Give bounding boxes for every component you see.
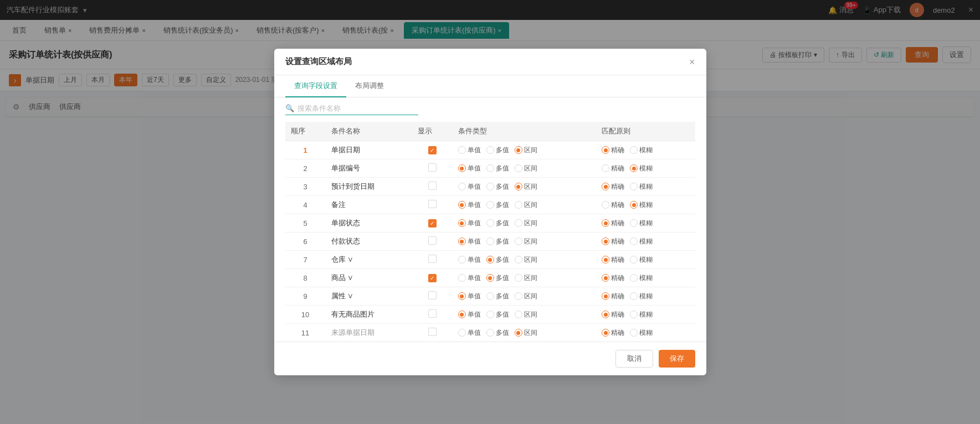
type-radio-区间-row-11[interactable]: 区间 <box>515 328 537 338</box>
radio-label-单值: 单值 <box>468 164 481 173</box>
type-radio-多值-row-8[interactable]: 多值 <box>486 273 509 283</box>
type-radio-单值-row-9[interactable]: 单值 <box>458 292 481 301</box>
display-checkbox-6[interactable] <box>428 236 437 245</box>
type-radio-区间-row-6[interactable]: 区间 <box>515 237 537 246</box>
match-radio-模糊-row-8[interactable]: 模糊 <box>630 273 653 283</box>
type-radio-区间-row-9[interactable]: 区间 <box>515 292 537 301</box>
display-checkbox-7[interactable] <box>428 255 437 263</box>
radio-label-单值: 单值 <box>468 146 481 155</box>
type-radio-单值-row-11[interactable]: 单值 <box>458 328 481 338</box>
match-radio-精确-row-9[interactable]: 精确 <box>602 292 624 301</box>
match-radio-模糊-row-11[interactable]: 模糊 <box>630 328 653 338</box>
row-match-8: 精确模糊 <box>596 269 695 287</box>
row-order-7: 7 <box>285 251 326 269</box>
match-radio-模糊-row-7[interactable]: 模糊 <box>630 255 653 265</box>
type-radio-单值-row-3[interactable]: 单值 <box>458 182 481 192</box>
type-radio-单值-row-10[interactable]: 单值 <box>458 310 481 319</box>
search-input[interactable] <box>297 104 408 112</box>
type-radio-区间-row-3[interactable]: 区间 <box>515 182 537 192</box>
match-radio-模糊-row-3[interactable]: 模糊 <box>630 182 653 192</box>
save-button[interactable]: 保存 <box>659 350 695 368</box>
type-radio-单值-row-5[interactable]: 单值 <box>458 219 481 228</box>
display-checkbox-3[interactable] <box>428 182 437 190</box>
radio-circle-多值 <box>486 146 494 154</box>
match-radio-精确-row-8[interactable]: 精确 <box>602 273 624 283</box>
type-radio-区间-row-1[interactable]: 区间 <box>515 146 537 155</box>
type-radio-单值-row-2[interactable]: 单值 <box>458 164 481 173</box>
type-radio-区间-row-8[interactable]: 区间 <box>515 273 537 283</box>
match-radio-精确-row-3[interactable]: 精确 <box>602 182 624 192</box>
radio-circle-多值 <box>486 311 494 318</box>
radio-circle-单值 <box>458 201 466 209</box>
match-radio-精确-row-10[interactable]: 精确 <box>602 310 624 319</box>
match-radio-精确-row-4[interactable]: 精确 <box>602 200 624 210</box>
display-checkbox-9[interactable] <box>428 291 437 299</box>
match-radio-精确-row-1[interactable]: 精确 <box>602 146 624 155</box>
match-radio-模糊-row-10[interactable]: 模糊 <box>630 310 653 319</box>
match-circle-精确 <box>602 311 609 318</box>
row-type-6: 单值多值区间 <box>453 232 596 251</box>
type-radio-区间-row-4[interactable]: 区间 <box>515 200 537 210</box>
row-match-2: 精确模糊 <box>596 159 695 178</box>
type-radio-单值-row-4[interactable]: 单值 <box>458 200 481 210</box>
match-radio-模糊-row-9[interactable]: 模糊 <box>630 292 653 301</box>
match-radio-精确-row-11[interactable]: 精确 <box>602 328 624 338</box>
display-checkbox-10[interactable] <box>428 309 437 318</box>
type-radio-多值-row-5[interactable]: 多值 <box>486 219 509 228</box>
display-checkbox-5[interactable] <box>428 219 437 227</box>
cancel-button[interactable]: 取消 <box>615 350 653 368</box>
type-radio-多值-row-7[interactable]: 多值 <box>486 255 509 265</box>
match-label-精确: 精确 <box>611 292 624 301</box>
match-circle-模糊 <box>630 256 638 263</box>
row-name-6: 付款状态 <box>326 232 412 251</box>
row-order-5: 5 <box>285 214 326 232</box>
match-radio-精确-row-2[interactable]: 精确 <box>602 164 624 173</box>
type-radio-多值-row-10[interactable]: 多值 <box>486 310 509 319</box>
match-label-模糊: 模糊 <box>639 200 653 210</box>
table-row: 5单据状态单值多值区间精确模糊 <box>285 214 695 232</box>
modal-tab-layout-label: 布局调整 <box>355 81 384 90</box>
radio-label-多值: 多值 <box>496 310 509 319</box>
match-circle-精确 <box>602 219 609 227</box>
display-checkbox-8[interactable] <box>428 274 437 282</box>
match-radio-模糊-row-2[interactable]: 模糊 <box>630 164 653 173</box>
row-order-8: 8 <box>285 269 326 287</box>
display-checkbox-1[interactable] <box>428 146 437 154</box>
type-radio-多值-row-6[interactable]: 多值 <box>486 237 509 246</box>
type-radio-区间-row-10[interactable]: 区间 <box>515 310 537 319</box>
type-radio-单值-row-1[interactable]: 单值 <box>458 146 481 155</box>
match-radio-模糊-row-1[interactable]: 模糊 <box>630 146 653 155</box>
radio-circle-区间 <box>515 146 522 154</box>
display-checkbox-2[interactable] <box>428 163 437 172</box>
type-radio-多值-row-3[interactable]: 多值 <box>486 182 509 192</box>
match-radio-模糊-row-6[interactable]: 模糊 <box>630 237 653 246</box>
conditions-table: 顺序 条件名称 显示 条件类型 匹配原则 1单据日期单值多值区间精确模糊2单据编… <box>285 122 695 342</box>
match-radio-精确-row-6[interactable]: 精确 <box>602 237 624 246</box>
type-radio-多值-row-2[interactable]: 多值 <box>486 164 509 173</box>
type-radio-区间-row-2[interactable]: 区间 <box>515 164 537 173</box>
type-radio-多值-row-4[interactable]: 多值 <box>486 200 509 210</box>
match-radio-精确-row-7[interactable]: 精确 <box>602 255 624 265</box>
display-checkbox-4[interactable] <box>428 200 437 208</box>
type-radio-多值-row-1[interactable]: 多值 <box>486 146 509 155</box>
radio-circle-多值 <box>486 237 494 245</box>
type-radio-多值-row-9[interactable]: 多值 <box>486 292 509 301</box>
modal-tab-layout[interactable]: 布局调整 <box>346 75 393 97</box>
type-radio-单值-row-6[interactable]: 单值 <box>458 237 481 246</box>
match-circle-模糊 <box>630 146 638 154</box>
modal-close-button[interactable]: × <box>689 57 695 67</box>
radio-label-多值: 多值 <box>496 182 509 192</box>
display-checkbox-11[interactable] <box>428 328 437 336</box>
match-radio-模糊-row-4[interactable]: 模糊 <box>630 200 653 210</box>
type-radio-单值-row-7[interactable]: 单值 <box>458 255 481 265</box>
match-radio-精确-row-5[interactable]: 精确 <box>602 219 624 228</box>
type-radio-单值-row-8[interactable]: 单值 <box>458 273 481 283</box>
type-radio-区间-row-5[interactable]: 区间 <box>515 219 537 228</box>
modal-tab-query-fields[interactable]: 查询字段设置 <box>285 75 346 97</box>
radio-circle-多值 <box>486 274 494 282</box>
type-radio-区间-row-7[interactable]: 区间 <box>515 255 537 265</box>
match-circle-精确 <box>602 274 609 282</box>
row-type-7: 单值多值区间 <box>453 251 596 269</box>
type-radio-多值-row-11[interactable]: 多值 <box>486 328 509 338</box>
match-radio-模糊-row-5[interactable]: 模糊 <box>630 219 653 228</box>
